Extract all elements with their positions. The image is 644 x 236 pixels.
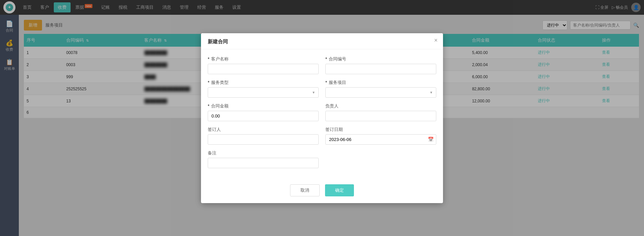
service-type-wrapper [208, 87, 319, 98]
form-group-remark: 备注 [208, 150, 319, 168]
amount-label: 合同金额 [211, 103, 229, 109]
responsible-label: 负责人 [325, 103, 338, 109]
modal-close-button[interactable]: × [434, 37, 438, 43]
form-row-3: * 合同金额 负责人 [208, 103, 436, 121]
sign-date-input[interactable] [325, 134, 436, 145]
form-group-service-item: * 服务项目 [325, 80, 436, 98]
service-item-select[interactable] [325, 87, 436, 98]
main-layout: 📄 合同 💰 收费 📋 对账单 新增 服务项目 进行中 已完成 已终止 全部 [0, 15, 644, 236]
form-group-service-type: * 服务类型 [208, 80, 319, 98]
service-item-label: 服务项目 [329, 80, 346, 86]
sign-date-label: 签订日期 [325, 127, 343, 133]
required-mark-3: * [208, 80, 209, 85]
modal-title: 新建合同 [208, 39, 228, 44]
required-mark-4: * [325, 80, 327, 85]
client-name-label: 客户名称 [211, 56, 229, 62]
form-group-sign-date: 签订日期 📅 [325, 127, 436, 145]
contract-no-input[interactable] [325, 64, 436, 74]
required-mark-5: * [208, 103, 209, 108]
responsible-input[interactable] [325, 111, 436, 121]
modal-header: 新建合同 × [201, 33, 443, 49]
client-name-input[interactable] [208, 64, 319, 74]
service-type-select[interactable] [208, 87, 319, 98]
form-row-2: * 服务类型 * 服务项目 [208, 80, 436, 98]
form-group-responsible: 负责人 [325, 103, 436, 121]
required-mark-2: * [325, 56, 327, 61]
service-type-label: 服务类型 [211, 80, 229, 86]
required-mark: * [208, 56, 209, 61]
form-group-client-name: * 客户名称 [208, 56, 319, 74]
modal-body: * 客户名称 * 合同编号 [201, 49, 443, 180]
confirm-button[interactable]: 确定 [325, 184, 354, 196]
remark-label: 备注 [208, 150, 216, 156]
modal: 新建合同 × * 客户名称 [201, 33, 443, 203]
form-group-amount: * 合同金额 [208, 103, 319, 121]
form-row-1: * 客户名称 * 合同编号 [208, 56, 436, 74]
contract-no-label: 合同编号 [329, 56, 346, 62]
content-area: 新增 服务项目 进行中 已完成 已终止 全部 🔍 序号 [19, 15, 644, 236]
form-group-signer: 签订人 [208, 127, 319, 145]
form-group-contract-no: * 合同编号 [325, 56, 436, 74]
form-row-4: 签订人 签订日期 📅 [208, 127, 436, 145]
sign-date-wrapper: 📅 [325, 134, 436, 145]
signer-label: 签订人 [208, 127, 221, 133]
modal-overlay[interactable]: 新建合同 × * 客户名称 [19, 15, 644, 236]
service-item-wrapper [325, 87, 436, 98]
signer-input[interactable] [208, 134, 319, 145]
calendar-icon[interactable]: 📅 [428, 137, 434, 142]
amount-input[interactable] [208, 111, 319, 121]
remark-input[interactable] [208, 158, 319, 168]
modal-footer: 取消 确定 [201, 180, 443, 203]
form-row-5: 备注 [208, 150, 436, 168]
cancel-button[interactable]: 取消 [290, 184, 320, 196]
